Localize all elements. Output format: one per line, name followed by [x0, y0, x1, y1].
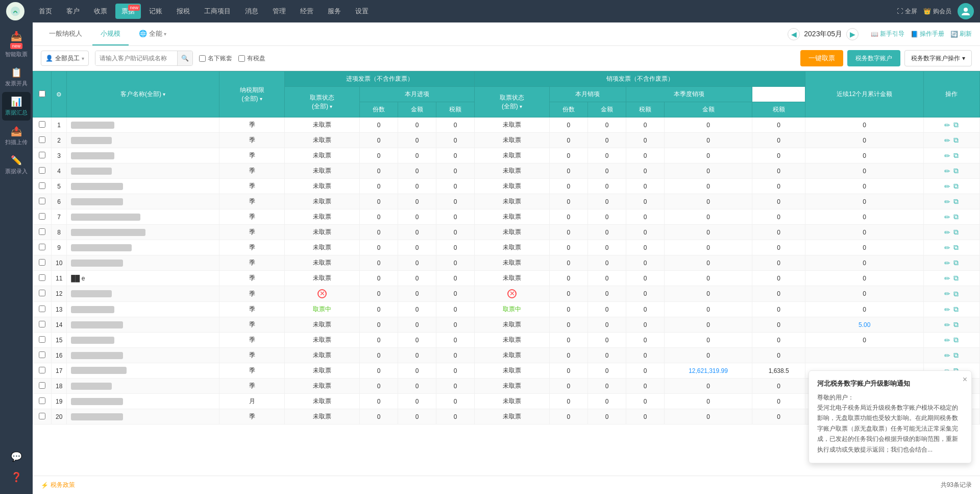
digital-account-ops-button[interactable]: 税务数字账户操作 ▾: [904, 50, 972, 66]
row-checkbox[interactable]: [39, 382, 45, 389]
nav-business[interactable]: 工商项目: [198, 4, 237, 19]
row-customer-name[interactable]: ████████████████...: [67, 225, 219, 240]
row-out-status[interactable]: ✕: [475, 286, 550, 302]
row-out-status[interactable]: 取票中: [475, 302, 550, 317]
row-edit-button[interactable]: ✏: [944, 336, 950, 344]
nav-invoice[interactable]: 票据 new: [115, 4, 141, 19]
row-checkbox[interactable]: [39, 259, 45, 266]
one-click-ticket-button[interactable]: 一键取票: [800, 50, 843, 66]
row-in-status[interactable]: 未取票: [285, 133, 360, 148]
row-out-status[interactable]: 未取票: [475, 348, 550, 363]
row-checkbox[interactable]: [39, 321, 45, 327]
nav-tax[interactable]: 报税: [170, 4, 196, 19]
row-in-status[interactable]: 未取票: [285, 117, 360, 133]
row-checkbox[interactable]: [39, 397, 45, 404]
notification-close-button[interactable]: ×: [963, 375, 967, 384]
row-in-status[interactable]: 未取票: [285, 255, 360, 271]
tab-small-scale[interactable]: 小规模: [92, 23, 129, 45]
row-edit-button[interactable]: ✏: [944, 259, 950, 267]
sidebar-item-scan-upload[interactable]: 📤 扫描上传: [2, 122, 31, 150]
row-out-status[interactable]: 未取票: [475, 333, 550, 348]
row-edit-button[interactable]: ✏: [944, 290, 950, 298]
row-customer-name[interactable]: ██████████: [67, 117, 219, 133]
row-checkbox[interactable]: [39, 121, 45, 128]
row-out-status[interactable]: 未取票: [475, 240, 550, 255]
search-input[interactable]: [95, 51, 177, 65]
nav-settings[interactable]: 设置: [349, 4, 375, 19]
row-customer-name[interactable]: ██████████通知: [67, 363, 219, 379]
row-in-status[interactable]: 未取票: [285, 394, 360, 409]
row-checkbox[interactable]: [39, 213, 45, 220]
row-out-status[interactable]: 未取票: [475, 225, 550, 240]
nav-message[interactable]: 消息: [239, 4, 264, 19]
row-in-status[interactable]: 未取票: [285, 317, 360, 333]
row-copy-button[interactable]: ⧉: [953, 320, 959, 329]
search-button[interactable]: 🔍: [177, 51, 192, 66]
row-copy-button[interactable]: ⧉: [953, 151, 959, 160]
row-customer-name[interactable]: ██████████: [67, 333, 219, 348]
row-customer-name[interactable]: ██ e: [67, 271, 219, 286]
row-in-status[interactable]: 未取票: [285, 148, 360, 163]
row-copy-button[interactable]: ⧉: [953, 136, 959, 145]
row-customer-name[interactable]: ████████████: [67, 179, 219, 194]
row-edit-button[interactable]: ✏: [944, 121, 950, 129]
row-checkbox[interactable]: [39, 152, 45, 158]
member-button[interactable]: 👑 购会员: [923, 7, 951, 16]
prev-month-button[interactable]: ◀: [788, 28, 800, 40]
row-customer-name[interactable]: ████████████: [67, 255, 219, 271]
row-edit-button[interactable]: ✏: [944, 152, 950, 160]
row-edit-button[interactable]: ✏: [944, 167, 950, 175]
row-in-status[interactable]: 未取票: [285, 209, 360, 225]
tab-all[interactable]: 🌐 全能 ▾: [131, 23, 175, 45]
sidebar-item-help[interactable]: ❓: [2, 467, 31, 487]
row-copy-button[interactable]: ⧉: [953, 167, 959, 175]
row-copy-button[interactable]: ⧉: [953, 258, 959, 267]
row-customer-name[interactable]: ████████: [67, 286, 219, 302]
row-edit-button[interactable]: ✏: [944, 136, 950, 145]
row-checkbox[interactable]: [39, 274, 45, 281]
row-copy-button[interactable]: ⧉: [953, 197, 959, 206]
row-copy-button[interactable]: ⧉: [953, 305, 959, 314]
row-customer-name[interactable]: ████████████████: [67, 209, 219, 225]
row-out-status[interactable]: 未取票: [475, 255, 550, 271]
row-checkbox[interactable]: [39, 182, 45, 189]
row-edit-button[interactable]: ✏: [944, 228, 950, 237]
row-in-status[interactable]: 未取票: [285, 225, 360, 240]
next-month-button[interactable]: ▶: [846, 28, 859, 40]
row-checkbox[interactable]: [39, 228, 45, 235]
row-checkbox[interactable]: [39, 336, 45, 343]
app-logo[interactable]: [6, 2, 24, 20]
row-in-status[interactable]: 未取票: [285, 333, 360, 348]
row-edit-button[interactable]: ✏: [944, 321, 950, 329]
settings-icon[interactable]: ⚙: [56, 91, 62, 98]
row-in-status[interactable]: 未取票: [285, 179, 360, 194]
nav-service[interactable]: 服务: [322, 4, 347, 19]
new-guide-button[interactable]: 📖 新手引导: [871, 30, 904, 38]
row-customer-name[interactable]: ████████████: [67, 194, 219, 209]
row-copy-button[interactable]: ⧉: [953, 121, 959, 129]
fullscreen-button[interactable]: ⛶ 全屏: [897, 7, 917, 16]
sidebar-item-invoice-open[interactable]: 📋 发票开具: [2, 63, 31, 91]
row-out-status[interactable]: 未取票: [475, 317, 550, 333]
row-customer-name[interactable]: ██████: [67, 163, 219, 179]
row-copy-button[interactable]: ⧉: [953, 243, 959, 252]
row-out-status[interactable]: 未取票: [475, 163, 550, 179]
row-copy-button[interactable]: ⧉: [953, 336, 959, 344]
sidebar-item-invoice-summary[interactable]: 📊 票据汇总: [2, 92, 31, 120]
refresh-button[interactable]: 🔄 刷新: [950, 30, 972, 38]
nav-operation[interactable]: 经营: [294, 4, 320, 19]
row-checkbox[interactable]: [39, 290, 45, 296]
row-customer-name[interactable]: ██████████████: [67, 240, 219, 255]
row-out-status[interactable]: 未取票: [475, 194, 550, 209]
has-tax-disk-filter[interactable]: 有税盘: [238, 54, 265, 63]
row-customer-name[interactable]: ██████████: [67, 302, 219, 317]
row-checkbox[interactable]: [39, 413, 45, 419]
row-edit-button[interactable]: ✏: [944, 198, 950, 206]
row-customer-name[interactable]: ████████: [67, 133, 219, 148]
row-in-status[interactable]: 未取票: [285, 163, 360, 179]
sidebar-item-smart-ticket[interactable]: 📥 new 智能取票: [2, 27, 31, 62]
row-in-status[interactable]: 取票中: [285, 302, 360, 317]
nav-manage[interactable]: 管理: [266, 4, 292, 19]
row-checkbox[interactable]: [39, 136, 45, 143]
row-customer-name[interactable]: ████████████: [67, 394, 219, 409]
